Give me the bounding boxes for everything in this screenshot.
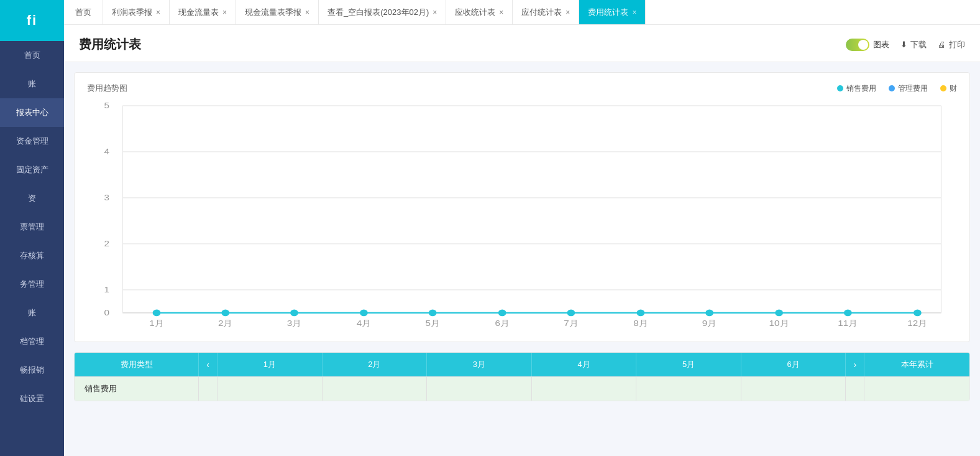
- tab-cashflow[interactable]: 现金流量表 ×: [170, 0, 236, 24]
- sidebar-logo: fi: [0, 0, 64, 41]
- download-button[interactable]: ⬇ 下载: [900, 39, 927, 50]
- tab-payable[interactable]: 应付统计表 ×: [513, 0, 579, 24]
- th-nav-next[interactable]: ›: [846, 353, 864, 376]
- legend-label-finance: 财: [950, 83, 957, 94]
- th-expense-type: 费用类型: [75, 353, 199, 376]
- sidebar-item-assets[interactable]: 固定资产: [0, 156, 64, 184]
- legend-admin: 管理费用: [889, 83, 928, 94]
- sidebar-item-fund[interactable]: 资金管理: [0, 127, 64, 156]
- tab-close-cashflow[interactable]: ×: [222, 8, 227, 17]
- table-row-sales: 销售费用: [75, 376, 969, 401]
- sidebar-item-invoice[interactable]: 票管理: [0, 213, 64, 241]
- chart-legend: 销售费用 管理费用 财: [837, 83, 957, 94]
- td-sales-m4: [532, 377, 637, 401]
- content-area: 费用统计表 图表 ⬇ 下载 🖨 打印 费用趋势图: [64, 25, 980, 456]
- svg-text:2: 2: [104, 239, 110, 248]
- legend-dot-sales: [837, 85, 843, 91]
- tab-close-blank-report[interactable]: ×: [433, 8, 437, 17]
- svg-point-27: [221, 309, 229, 316]
- svg-text:12月: 12月: [907, 319, 927, 328]
- td-sales-m1: [218, 377, 323, 401]
- tab-expense-stats[interactable]: 费用统计表 ×: [579, 0, 646, 24]
- td-sales-m6: [741, 377, 846, 401]
- sidebar-item-expense[interactable]: 畅报销: [0, 356, 64, 384]
- svg-point-33: [637, 309, 645, 316]
- chart-toggle-container[interactable]: 图表: [846, 39, 889, 51]
- print-icon: 🖨: [938, 40, 946, 49]
- print-label: 打印: [949, 39, 965, 50]
- th-month-3: 3月: [427, 353, 532, 376]
- td-expense-type-sales: 销售费用: [75, 377, 199, 401]
- svg-text:8月: 8月: [633, 319, 648, 328]
- page-title: 费用统计表: [79, 36, 141, 53]
- svg-text:6月: 6月: [495, 319, 510, 328]
- svg-point-36: [844, 309, 852, 316]
- svg-text:3: 3: [104, 193, 110, 202]
- tab-close-cashflow-quarterly[interactable]: ×: [305, 8, 309, 17]
- svg-point-35: [775, 309, 783, 316]
- sidebar-item-inventory[interactable]: 存核算: [0, 241, 64, 270]
- svg-text:10月: 10月: [769, 319, 789, 328]
- svg-point-28: [290, 309, 298, 316]
- chart-header: 费用趋势图 销售费用 管理费用 财: [87, 83, 957, 94]
- page-header: 费用统计表 图表 ⬇ 下载 🖨 打印: [64, 25, 980, 62]
- th-month-6: 6月: [741, 353, 846, 376]
- tab-cashflow-quarterly[interactable]: 现金流量表季报 ×: [236, 0, 319, 24]
- tab-receivable[interactable]: 应收统计表 ×: [446, 0, 513, 24]
- th-nav-prev[interactable]: ‹: [199, 353, 218, 376]
- svg-text:2月: 2月: [218, 319, 233, 328]
- sidebar-item-account[interactable]: 账: [0, 70, 64, 98]
- svg-text:9月: 9月: [702, 319, 717, 328]
- sidebar-item-settings[interactable]: 础设置: [0, 384, 64, 413]
- legend-sales: 销售费用: [837, 83, 876, 94]
- table-section: 费用类型 ‹ 1月 2月 3月 4月 5月 6月 › 本年累计 销售费用: [74, 352, 970, 401]
- tab-close-payable[interactable]: ×: [566, 8, 570, 17]
- svg-text:5: 5: [104, 101, 110, 110]
- tab-bar: 首页 利润表季报 × 现金流量表 × 现金流量表季报 × 查看_空白报表(202…: [64, 0, 980, 25]
- svg-point-29: [360, 309, 368, 316]
- td-sales-nav2: [846, 377, 864, 401]
- th-month-5: 5月: [636, 353, 741, 376]
- svg-point-30: [429, 309, 437, 316]
- header-actions: 图表 ⬇ 下载 🖨 打印: [846, 39, 965, 51]
- table-header-row: 费用类型 ‹ 1月 2月 3月 4月 5月 6月 › 本年累计: [75, 353, 969, 376]
- sidebar-item-capital[interactable]: 资: [0, 184, 64, 213]
- svg-text:0: 0: [104, 308, 110, 317]
- legend-finance: 财: [940, 83, 957, 94]
- sidebar-item-ledger[interactable]: 账: [0, 299, 64, 327]
- legend-label-admin: 管理费用: [898, 83, 928, 94]
- svg-text:4: 4: [104, 147, 110, 156]
- chart-toggle-label: 图表: [873, 39, 889, 50]
- svg-point-26: [153, 309, 161, 316]
- print-button[interactable]: 🖨 打印: [938, 39, 965, 50]
- chart-title: 费用趋势图: [87, 83, 127, 94]
- th-yearly-total: 本年累计: [864, 353, 969, 376]
- svg-text:3月: 3月: [287, 319, 302, 328]
- sidebar-item-reports[interactable]: 报表中心: [0, 98, 64, 127]
- td-sales-m3: [427, 377, 532, 401]
- main-area: 首页 利润表季报 × 现金流量表 × 现金流量表季报 × 查看_空白报表(202…: [64, 0, 980, 456]
- legend-label-sales: 销售费用: [846, 83, 876, 94]
- tab-close-profit-quarterly[interactable]: ×: [156, 8, 160, 17]
- tab-profit-quarterly[interactable]: 利润表季报 ×: [103, 0, 170, 24]
- svg-point-32: [567, 309, 575, 316]
- sidebar-item-archive[interactable]: 档管理: [0, 327, 64, 356]
- td-sales-nav: [199, 377, 218, 401]
- sidebar: fi 首页 账 报表中心 资金管理 固定资产 资 票管理 存核算 务管理 账 档…: [0, 0, 64, 456]
- tab-home[interactable]: 首页: [64, 0, 103, 24]
- sidebar-item-home[interactable]: 首页: [0, 41, 64, 70]
- svg-text:1: 1: [104, 285, 110, 294]
- tab-close-receivable[interactable]: ×: [499, 8, 503, 17]
- th-month-4: 4月: [532, 353, 637, 376]
- chart-toggle[interactable]: [846, 39, 869, 51]
- chart-section: 费用趋势图 销售费用 管理费用 财: [74, 72, 970, 342]
- svg-point-37: [914, 309, 922, 316]
- sidebar-item-service[interactable]: 务管理: [0, 270, 64, 299]
- td-sales-m5: [636, 377, 741, 401]
- th-month-2: 2月: [323, 353, 428, 376]
- svg-text:5月: 5月: [425, 319, 440, 328]
- svg-point-34: [705, 309, 713, 316]
- tab-blank-report[interactable]: 查看_空白报表(2023年02月) ×: [319, 0, 446, 24]
- tab-close-expense-stats[interactable]: ×: [632, 8, 636, 17]
- legend-dot-admin: [889, 85, 895, 91]
